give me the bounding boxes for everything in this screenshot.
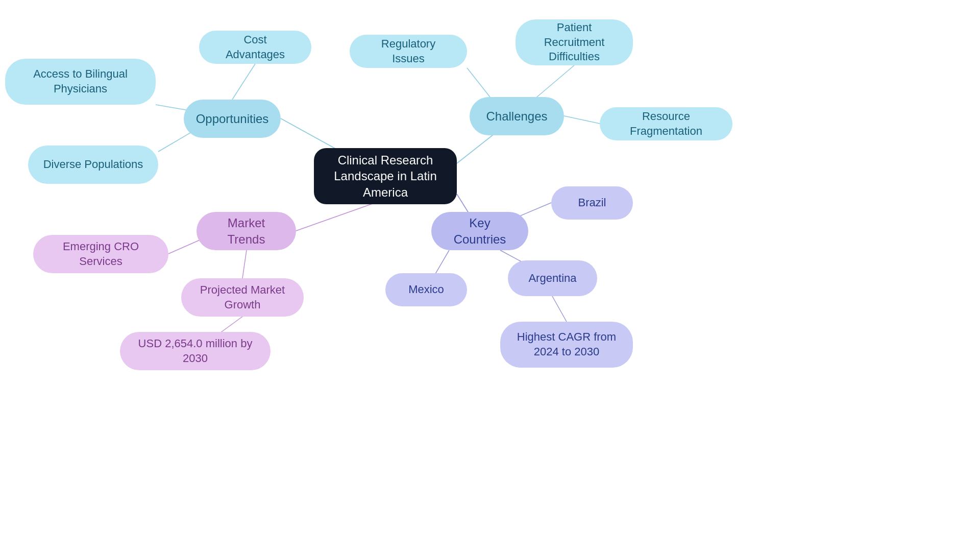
bilingual-physicians-label: Access to Bilingual Physicians [19, 67, 141, 96]
mexico-label: Mexico [408, 282, 444, 297]
resource-fragmentation-node: Resource Fragmentation [600, 107, 732, 140]
key-countries-node: Key Countries [431, 212, 528, 250]
mexico-node: Mexico [385, 273, 467, 306]
challenges-label: Challenges [486, 108, 547, 124]
diverse-populations-label: Diverse Populations [43, 157, 143, 172]
resource-fragmentation-label: Resource Fragmentation [614, 109, 718, 138]
svg-line-1 [232, 64, 255, 100]
emerging-cro-label: Emerging CRO Services [47, 239, 154, 269]
patient-recruitment-node: Patient Recruitment Difficulties [516, 19, 633, 65]
usd-value-node: USD 2,654.0 million by 2030 [120, 332, 271, 370]
brazil-node: Brazil [551, 186, 633, 220]
cost-advantages-node: Cost Advantages [199, 31, 311, 64]
projected-growth-label: Projected Market Growth [195, 283, 289, 312]
regulatory-issues-label: Regulatory Issues [364, 37, 453, 66]
opportunities-label: Opportunities [196, 111, 269, 127]
challenges-node: Challenges [470, 97, 564, 135]
argentina-node: Argentina [508, 260, 597, 296]
svg-line-5 [467, 68, 490, 97]
brazil-label: Brazil [578, 196, 606, 210]
highest-cagr-node: Highest CAGR from 2024 to 2030 [500, 322, 633, 368]
market-trends-label: Market Trends [211, 215, 282, 247]
opportunities-node: Opportunities [184, 100, 281, 138]
highest-cagr-label: Highest CAGR from 2024 to 2030 [514, 330, 619, 359]
svg-line-10 [242, 250, 247, 278]
argentina-label: Argentina [528, 271, 576, 286]
emerging-cro-node: Emerging CRO Services [33, 235, 168, 273]
market-trends-node: Market Trends [197, 212, 296, 250]
key-countries-label: Key Countries [446, 215, 514, 247]
center-label: Clinical Research Landscape in Latin Ame… [328, 152, 443, 200]
projected-growth-node: Projected Market Growth [181, 278, 304, 317]
diverse-populations-node: Diverse Populations [28, 146, 158, 184]
usd-value-label: USD 2,654.0 million by 2030 [134, 336, 256, 366]
svg-line-16 [552, 296, 567, 322]
center-node: Clinical Research Landscape in Latin Ame… [314, 148, 457, 204]
bilingual-physicians-node: Access to Bilingual Physicians [5, 59, 156, 105]
cost-advantages-label: Cost Advantages [213, 33, 297, 62]
patient-recruitment-label: Patient Recruitment Difficulties [530, 20, 619, 64]
svg-line-7 [564, 116, 600, 124]
regulatory-issues-node: Regulatory Issues [350, 35, 467, 68]
